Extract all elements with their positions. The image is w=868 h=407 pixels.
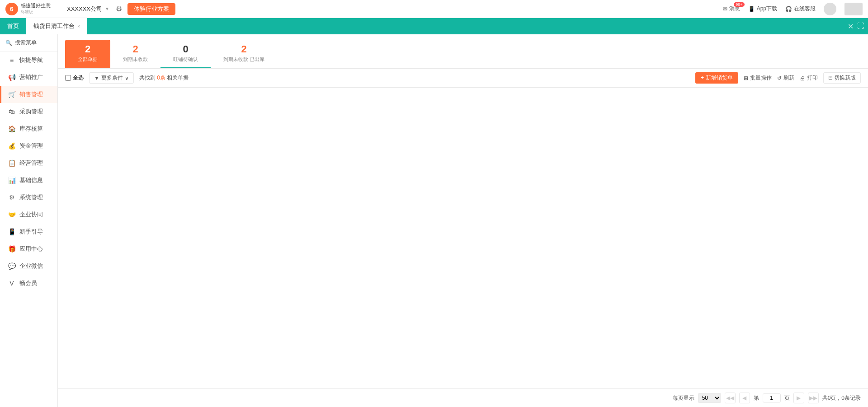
sidebar-item-purchase[interactable]: 🛍 采购管理	[0, 103, 57, 120]
sidebar-item-system[interactable]: ⚙ 系统管理	[0, 189, 57, 206]
inventory-icon: 🏠	[8, 125, 16, 132]
app-name: 畅捷通好生意	[21, 3, 51, 9]
next-page-button[interactable]: ▶	[793, 393, 804, 403]
online-service-label: 在线客服	[794, 5, 816, 13]
page-number-input[interactable]	[763, 393, 781, 402]
minimize-icon[interactable]: ✕	[848, 22, 854, 31]
header-right: ✉ 消息 99+ 📱 App下载 🎧 在线客服	[723, 3, 863, 15]
cooperation-icon: 🤝	[8, 211, 16, 218]
tab-cash-flow-label: 钱货日清工作台	[33, 22, 75, 30]
marketing-icon: 📢	[8, 74, 16, 81]
stat-tab-overdue[interactable]: 2 到期未收款	[110, 40, 160, 68]
online-service-button[interactable]: 🎧 在线客服	[785, 5, 816, 13]
sidebar-item-sales[interactable]: 🛒 销售管理	[0, 86, 57, 103]
logo-icon: 6	[5, 3, 18, 15]
sidebar-item-quick-nav[interactable]: ≡ 快捷导航	[0, 51, 57, 69]
batch-label: 批量操作	[750, 74, 772, 82]
operations-icon: 📋	[8, 159, 16, 167]
sidebar-label: 企业微信	[19, 262, 43, 270]
stat-tab-all[interactable]: 2 全部单据	[65, 40, 110, 68]
pagination: 每页显示 50 100 200 ◀◀ ◀ 第 页 ▶ ▶▶ 共0页，0条记录	[58, 388, 868, 407]
nav-right-icons: ✕ ⛶	[848, 22, 868, 31]
stat-label-overdue: 到期未收款	[123, 56, 148, 63]
sidebar-label: 应用中心	[19, 245, 43, 253]
last-page-button[interactable]: ▶▶	[808, 393, 819, 403]
select-all-label: 全选	[73, 74, 84, 82]
company-selector[interactable]: XXXXXX公司 ▼ ⚙	[67, 5, 122, 13]
filter-chevron-icon: ∨	[125, 75, 129, 81]
stat-label-all: 全部单据	[78, 56, 98, 63]
sidebar-item-cooperation[interactable]: 🤝 企业协同	[0, 206, 57, 223]
headset-icon: 🎧	[785, 6, 792, 12]
main-layout: 🔍 搜索菜单 ≡ 快捷导航 📢 营销推广 🛒 销售管理 🛍 采购管理 🏠 库存核…	[0, 34, 868, 407]
lightning-icon: ≡	[8, 56, 16, 64]
app-download-icon: 📱	[748, 6, 755, 12]
table-area	[58, 88, 868, 388]
toolbar-right: + 新增销货单 ⊞ 批量操作 ↺ 刷新 🖨 打印 ⊟ 切换新版	[695, 72, 861, 84]
sidebar-label: 采购管理	[19, 108, 43, 116]
stat-label-pending: 旺铺待确认	[173, 56, 198, 63]
company-dropdown-icon[interactable]: ▼	[105, 6, 109, 11]
page-label-pre: 第	[754, 394, 759, 402]
batch-button[interactable]: ⊞ 批量操作	[744, 74, 772, 82]
print-icon: 🖨	[800, 75, 805, 81]
sidebar-item-inventory[interactable]: 🏠 库存核算	[0, 120, 57, 137]
sidebar-item-guide[interactable]: 📱 新手引导	[0, 223, 57, 240]
sidebar-label: 新手引导	[19, 228, 43, 236]
app-download-button[interactable]: 📱 App下载	[748, 5, 777, 13]
basic-info-icon: 📊	[8, 177, 16, 184]
sidebar-item-member[interactable]: V 畅会员	[0, 275, 57, 292]
switch-version-button[interactable]: ⊟ 切换新版	[823, 72, 861, 84]
page-size-select[interactable]: 50 100 200	[698, 393, 721, 403]
stat-num-pending: 0	[183, 43, 188, 55]
tab-close-icon[interactable]: ×	[77, 23, 80, 29]
print-button[interactable]: 🖨 打印	[800, 74, 818, 82]
tab-cash-flow[interactable]: 钱货日清工作台 ×	[26, 18, 87, 34]
add-sale-button[interactable]: + 新增销货单	[695, 72, 738, 84]
tab-home-label: 首页	[7, 22, 19, 30]
avatar[interactable]	[824, 3, 836, 15]
sidebar-item-basic-info[interactable]: 📊 基础信息	[0, 172, 57, 189]
select-all-input[interactable]	[65, 75, 71, 81]
filter-icon: ▼	[94, 75, 99, 81]
switch-label: 切换新版	[834, 75, 856, 81]
stat-num-overdue: 2	[132, 43, 138, 55]
top-header: 6 畅捷通好生意 标准版 XXXXXX公司 ▼ ⚙ 体验行业方案 ✉ 消息 99…	[0, 0, 868, 18]
tab-home[interactable]: 首页	[0, 18, 26, 34]
filter-button[interactable]: ▼ 更多条件 ∨	[89, 72, 134, 84]
maximize-icon[interactable]: ⛶	[857, 22, 864, 30]
first-page-button[interactable]: ◀◀	[725, 393, 736, 403]
sidebar-item-wechat[interactable]: 💬 企业微信	[0, 257, 57, 275]
stat-label-shipped: 到期未收款 已出库	[223, 56, 264, 63]
message-badge: 99+	[734, 2, 744, 7]
sidebar-label: 经营管理	[19, 159, 43, 167]
guide-icon: 📱	[8, 228, 16, 235]
sales-icon: 🛒	[8, 91, 16, 98]
found-count: 0条	[157, 75, 165, 81]
sidebar-search[interactable]: 🔍 搜索菜单	[0, 34, 57, 51]
sidebar-label: 销售管理	[19, 90, 43, 98]
sidebar-label: 畅会员	[19, 279, 37, 287]
nav-tabs: 首页 钱货日清工作台 × ✕ ⛶	[0, 18, 868, 34]
app-center-icon: 🎁	[8, 245, 16, 253]
system-icon: ⚙	[8, 194, 16, 201]
sidebar-item-finance[interactable]: 💰 资金管理	[0, 137, 57, 154]
refresh-button[interactable]: ↺ 刷新	[777, 74, 794, 82]
user-name-area[interactable]	[844, 3, 863, 15]
trial-button[interactable]: 体验行业方案	[127, 3, 175, 15]
found-text: 共找到 0条 相关单据	[139, 74, 189, 82]
message-button[interactable]: ✉ 消息 99+	[723, 5, 740, 13]
sidebar-item-app-center[interactable]: 🎁 应用中心	[0, 240, 57, 257]
company-name: XXXXXX公司	[67, 5, 102, 13]
sidebar-item-operations[interactable]: 📋 经营管理	[0, 154, 57, 172]
stat-tab-shipped[interactable]: 2 到期未收款 已出库	[211, 40, 277, 68]
sidebar-item-marketing[interactable]: 📢 营销推广	[0, 69, 57, 86]
select-all-checkbox[interactable]: 全选	[65, 74, 84, 82]
content-area: 2 全部单据 2 到期未收款 0 旺铺待确认 2 到期未收款 已出库 全选	[58, 34, 868, 407]
purchase-icon: 🛍	[8, 108, 16, 115]
sidebar-label: 资金管理	[19, 142, 43, 150]
sidebar-label: 营销推广	[19, 73, 43, 81]
prev-page-button[interactable]: ◀	[739, 393, 750, 403]
settings-icon[interactable]: ⚙	[116, 5, 122, 13]
stat-tab-pending[interactable]: 0 旺铺待确认	[160, 40, 211, 68]
